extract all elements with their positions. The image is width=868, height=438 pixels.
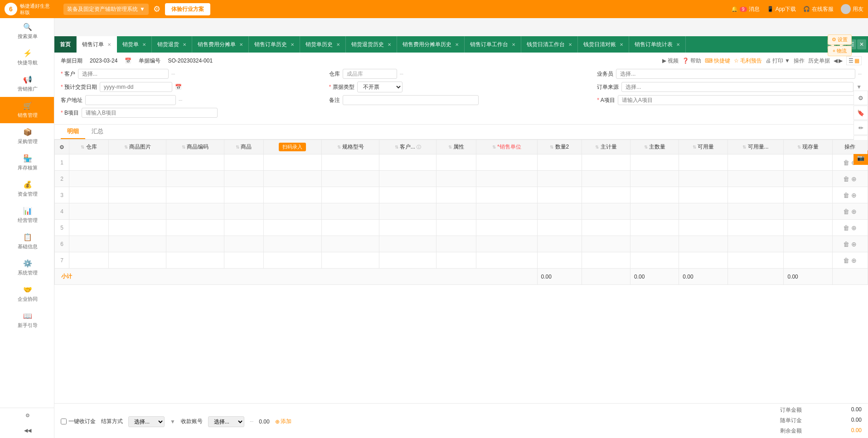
page-prev-icon[interactable]: ◀ (834, 58, 838, 64)
row-code[interactable] (166, 154, 224, 171)
calendar2-icon[interactable]: 📅 (175, 84, 182, 90)
close-tab-icon[interactable]: ✕ (142, 42, 146, 47)
app-download-btn[interactable]: 📱 App下载 (767, 5, 796, 13)
tab-order-history[interactable]: 销售订单历史 ✕ (249, 36, 300, 53)
tab-receipt-history[interactable]: 销货单历史 ✕ (300, 36, 346, 53)
add-material-btn[interactable]: + 物流 (828, 46, 852, 56)
close-tab-icon[interactable]: ✕ (388, 42, 391, 47)
tab-sales-return[interactable]: 销货退货 ✕ (152, 36, 192, 53)
row-product[interactable] (224, 154, 263, 171)
scan-button[interactable]: 扫码录入 (279, 143, 306, 151)
user-menu-btn[interactable]: 用友 (841, 4, 863, 14)
close-tab-icon[interactable]: ✕ (512, 42, 515, 47)
close-tab-icon[interactable]: ✕ (336, 42, 340, 47)
delivery-input[interactable] (100, 82, 172, 92)
right-settings-btn[interactable]: ⚙ (853, 91, 868, 105)
row-customer-code[interactable] (379, 154, 436, 171)
payment-dropdown-icon[interactable]: ▼ (170, 419, 175, 425)
tab-summary[interactable]: 汇总 (85, 125, 110, 139)
delete-row-icon[interactable]: 🗑 (843, 241, 849, 248)
print-btn[interactable]: 🖨 打印 ▼ (766, 57, 790, 65)
sidebar-item-basics[interactable]: 📋 基础信息 (0, 228, 54, 255)
delete-row-icon[interactable]: 🗑 (843, 159, 849, 166)
customer-more[interactable]: ··· (171, 72, 175, 77)
sidebar-item-operations[interactable]: 📊 经营管理 (0, 202, 54, 228)
payment-method-select[interactable]: 选择... (128, 416, 165, 427)
sidebar-item-quicknav[interactable]: ⚡ 快捷导航 (0, 44, 54, 71)
tab-daily-reconcile[interactable]: 钱货日清对账 ✕ (578, 36, 629, 53)
tab-daily-workbench[interactable]: 钱货日清工作台 ✕ (521, 36, 578, 53)
customer-input[interactable] (78, 69, 169, 79)
page-next-icon[interactable]: ▶ (839, 58, 843, 64)
tab-home[interactable]: 首页 (54, 36, 77, 53)
close-tab-icon[interactable]: ✕ (676, 42, 680, 47)
nav-close-all-btn[interactable]: ✕ (857, 39, 866, 49)
close-tab-icon[interactable]: ✕ (183, 42, 186, 47)
sidebar-item-search[interactable]: 🔍 搜索菜单 (0, 18, 54, 44)
list-view-icon[interactable]: ☰ (849, 58, 853, 64)
account-select[interactable]: 选择... (208, 416, 244, 427)
tab-order-workbench[interactable]: 销售订单工作台 ✕ (465, 36, 521, 53)
order-source-dropdown-icon[interactable]: ▼ (856, 84, 862, 90)
close-tab-icon[interactable]: ✕ (568, 42, 572, 47)
sidebar-settings-btn[interactable]: ⚙ (0, 408, 54, 423)
help-btn[interactable]: ❓ 帮助 (682, 57, 701, 65)
one-click-input[interactable] (61, 419, 67, 424)
tab-stats[interactable]: 销售订单统计表 ✕ (629, 36, 686, 53)
add-btn[interactable]: ⊕ 添加 (275, 418, 291, 425)
tab-expense-history[interactable]: 销售费用分摊单历史 ✕ (397, 36, 465, 53)
address-more[interactable]: ··· (179, 98, 182, 103)
tab-detail[interactable]: 明细 (61, 125, 85, 139)
row-attr[interactable] (436, 154, 476, 171)
tab-sales-expense[interactable]: 销售费用分摊单 ✕ (192, 36, 249, 53)
copy-row-icon[interactable]: ⊕ (851, 208, 857, 215)
notification-btn[interactable]: 🔔 9 消息 (731, 5, 760, 13)
sidebar-item-sales[interactable]: 🛒 销售管理 (0, 97, 54, 123)
sidebar-item-guide[interactable]: 📖 新手引导 (0, 307, 54, 333)
tab-return-history[interactable]: 销货退货历史 ✕ (346, 36, 397, 53)
sidebar-item-system[interactable]: ⚙️ 系统管理 (0, 255, 54, 281)
sidebar-collapse-btn[interactable]: ◀◀ (0, 423, 54, 438)
row-warehouse[interactable] (69, 154, 109, 171)
online-service-btn[interactable]: 🎧 在线客服 (803, 5, 834, 13)
row-spec[interactable] (322, 154, 379, 171)
b-project-input[interactable] (82, 108, 218, 118)
calendar-icon[interactable]: 📅 (125, 58, 131, 64)
sidebar-item-inventory[interactable]: 🏪 库存核算 (0, 149, 54, 176)
one-click-checkbox[interactable]: 一键收订金 (61, 418, 96, 425)
copy-row-icon[interactable]: ⊕ (851, 257, 857, 264)
close-tab-icon[interactable]: ✕ (291, 42, 294, 47)
sidebar-item-finance[interactable]: 💰 资金管理 (0, 176, 54, 202)
a-project-input[interactable] (618, 95, 862, 105)
note-input[interactable] (343, 95, 479, 105)
shortcut-btn[interactable]: ⌨ 快捷键 (705, 57, 730, 65)
row-unit[interactable] (476, 154, 537, 171)
right-bookmark-btn[interactable]: 🔖 (853, 106, 868, 120)
history-btn[interactable]: 历史单据 (808, 57, 830, 65)
delete-row-icon[interactable]: 🗑 (843, 224, 849, 231)
profit-btn[interactable]: ☆ 毛利预告 (734, 57, 762, 65)
row-main-qty[interactable] (630, 154, 679, 171)
right-edit-btn[interactable]: ✏ (853, 120, 868, 135)
sidebar-item-purchase[interactable]: 📦 采购管理 (0, 123, 54, 149)
copy-row-icon[interactable]: ⊕ (851, 192, 857, 199)
close-tab-icon[interactable]: ✕ (620, 42, 623, 47)
close-tab-icon[interactable]: ✕ (455, 42, 459, 47)
delete-row-icon[interactable]: 🗑 (843, 208, 849, 215)
tab-sales-order[interactable]: 销售订单 ✕ (77, 36, 117, 53)
solution-button[interactable]: 体验行业方案 (165, 3, 210, 15)
warehouse-more[interactable]: ··· (400, 72, 403, 77)
account-more[interactable]: ··· (250, 419, 253, 424)
view-btn[interactable]: ▶ 视频 (662, 57, 679, 65)
tab-sales-receipt[interactable]: 销货单 ✕ (117, 36, 152, 53)
settings-icon[interactable]: ⚙ (153, 4, 160, 14)
settings-quick-btn[interactable]: ⚙ 设置 (828, 36, 852, 45)
close-tab-icon[interactable]: ✕ (239, 42, 243, 47)
sidebar-item-enterprise[interactable]: 🤝 企业协同 (0, 281, 54, 307)
row-main-unit[interactable] (582, 154, 630, 171)
copy-row-icon[interactable]: ⊕ (851, 175, 857, 183)
salesperson-more[interactable]: ··· (858, 72, 862, 77)
operation-btn[interactable]: 操作 (794, 57, 805, 65)
salesperson-input[interactable] (616, 69, 855, 79)
copy-row-icon[interactable]: ⊕ (851, 224, 857, 231)
